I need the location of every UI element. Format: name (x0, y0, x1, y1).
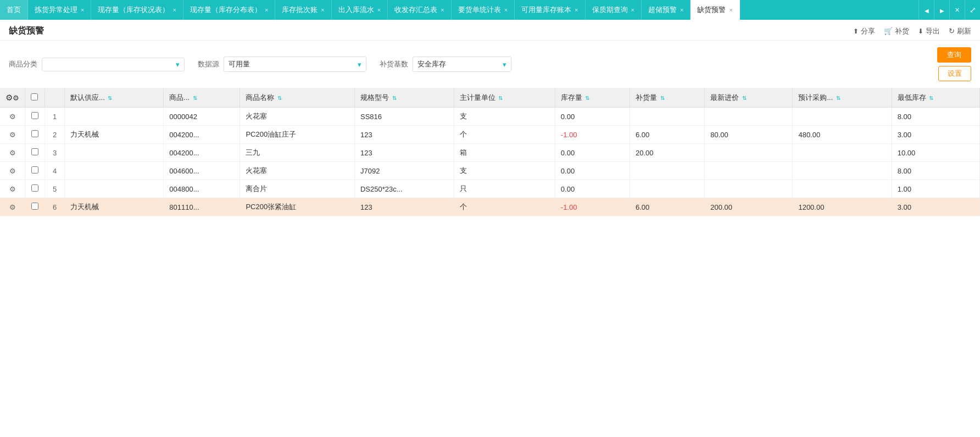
row-unit-4: 只 (454, 180, 555, 198)
replenish-base-select[interactable]: 安全库存 (413, 57, 511, 72)
datasource-select[interactable]: 可用量 (224, 57, 366, 72)
tab-close-overstock[interactable] (680, 7, 683, 13)
tab-close-inv-status[interactable] (172, 7, 176, 13)
tab-inventory-status[interactable]: 现存量（库存状况表） (91, 0, 183, 20)
row-product-name-5: PC200张紧油缸 (240, 198, 355, 216)
tab-next-btn[interactable] (934, 0, 949, 20)
col-latest-price[interactable]: 最新进价 ⇅ (705, 88, 793, 108)
row-min-stock-3: 8.00 (892, 162, 979, 180)
tab-in-out-flow[interactable]: 出入库流水 (332, 0, 388, 20)
tab-close-flow[interactable] (377, 7, 381, 13)
row-unit-3: 支 (454, 162, 555, 180)
row-checkbox-5[interactable] (31, 203, 38, 210)
replenish-base-value: 安全库存 (417, 59, 446, 69)
query-button[interactable]: 查询 (937, 47, 971, 63)
row-gear-icon-4[interactable]: ⚙ (9, 185, 16, 193)
tab-shelf-life[interactable]: 保质期查询 (586, 0, 642, 20)
filter-row: 商品分类 数据源 可用量 补货基数 (0, 41, 980, 88)
row-spec-4: DS250*23c... (354, 180, 454, 198)
tab-summary[interactable]: 收发存汇总表 (388, 0, 451, 20)
col-unit[interactable]: 主计量单位 ⇅ (454, 88, 555, 108)
row-checkbox-0[interactable] (31, 112, 38, 119)
col-supplier-label: 默认供应... (70, 93, 105, 102)
row-gear-2[interactable]: ⚙ (0, 144, 25, 162)
tab-close-summary[interactable] (441, 7, 444, 13)
filter-middle: 商品分类 数据源 可用量 补货基数 (9, 57, 937, 72)
row-gear-3[interactable]: ⚙ (0, 162, 25, 180)
row-stock-4: 0.00 (555, 180, 630, 198)
tab-fullscreen-btn[interactable] (965, 0, 980, 20)
row-checkbox-4[interactable] (31, 184, 38, 192)
col-product-name[interactable]: 商品名称 ⇅ (240, 88, 355, 108)
gear-header-icon[interactable]: ⚙ (5, 94, 19, 102)
col-product-code[interactable]: 商品... ⇅ (164, 88, 240, 108)
row-checkbox-cell-2 (25, 144, 45, 162)
category-filter-group: 商品分类 (9, 58, 185, 71)
tab-close-avail[interactable] (575, 7, 578, 13)
export-icon (918, 27, 923, 35)
tab-available-account[interactable]: 可用量库存账本 (515, 0, 585, 20)
col-product-code-label: 商品... (169, 93, 190, 102)
row-gear-0[interactable]: ⚙ (0, 108, 25, 126)
refresh-button[interactable]: 刷新 (949, 26, 971, 36)
tab-close-shortage[interactable] (729, 7, 732, 13)
tab-picking-exception[interactable]: 拣货异常处理 (28, 0, 91, 20)
row-est-purchase-4 (793, 180, 892, 198)
row-checkbox-3[interactable] (31, 166, 38, 173)
col-replenish[interactable]: 补货量 ⇅ (630, 88, 705, 108)
row-supplier-1: 力天机械 (65, 126, 164, 144)
tab-overstock-warning[interactable]: 超储预警 (642, 0, 691, 20)
tab-close-picking[interactable] (81, 7, 84, 13)
share-button[interactable]: 分享 (853, 26, 875, 36)
replenish-base-filter-group: 补货基数 安全库存 (380, 57, 511, 72)
row-gear-icon-0[interactable]: ⚙ (9, 113, 16, 121)
col-product-name-label: 商品名称 (246, 93, 274, 102)
category-label: 商品分类 (9, 59, 37, 69)
tab-close-order[interactable] (504, 7, 508, 13)
tab-order-stats[interactable]: 要货单统计表 (452, 0, 515, 20)
col-supplier[interactable]: 默认供应... ⇅ (65, 88, 164, 108)
row-checkbox-1[interactable] (31, 130, 38, 137)
tab-close-inv-dist[interactable] (265, 7, 268, 13)
row-product-name-1: PC200油缸庄子 (240, 126, 355, 144)
tab-close-batch[interactable] (321, 7, 324, 13)
col-spec[interactable]: 规格型号 ⇅ (354, 88, 454, 108)
tab-shortage-warning[interactable]: 缺货预警 (691, 0, 739, 20)
row-gear-icon-1[interactable]: ⚙ (9, 131, 16, 139)
row-unit-2: 箱 (454, 144, 555, 162)
select-all-checkbox[interactable] (31, 93, 38, 100)
row-gear-1[interactable]: ⚙ (0, 126, 25, 144)
tab-close-all-btn[interactable] (949, 0, 965, 20)
header-actions: 分享 🛒 补货 导出 刷新 (853, 26, 971, 36)
row-gear-icon-5[interactable]: ⚙ (9, 203, 16, 211)
table-header-row: ⚙ 默认供应... ⇅ 商品... ⇅ 商品名称 (0, 88, 980, 108)
row-min-stock-5: 3.00 (892, 198, 979, 216)
col-gear[interactable]: ⚙ (0, 88, 25, 108)
col-stock[interactable]: 库存量 ⇅ (555, 88, 630, 108)
replenish-base-arrow-icon (503, 60, 506, 69)
category-select[interactable] (42, 58, 185, 71)
row-gear-icon-3[interactable]: ⚙ (9, 167, 16, 175)
col-supplier-sort-icon: ⇅ (108, 95, 112, 101)
row-supplier-2 (65, 144, 164, 162)
row-gear-5[interactable]: ⚙ (0, 198, 25, 216)
tab-homepage[interactable]: 首页 (0, 0, 28, 20)
datasource-filter-group: 数据源 可用量 (198, 57, 366, 72)
row-gear-4[interactable]: ⚙ (0, 180, 25, 198)
col-est-purchase[interactable]: 预计采购... ⇅ (793, 88, 892, 108)
row-gear-icon-2[interactable]: ⚙ (9, 149, 16, 157)
export-button[interactable]: 导出 (918, 26, 940, 36)
tab-batch-account[interactable]: 库存批次账 (275, 0, 331, 20)
replenish-button[interactable]: 🛒 补货 (884, 26, 909, 36)
tab-inventory-dist[interactable]: 现存量（库存分布表） (183, 0, 275, 20)
tab-prev-btn[interactable] (918, 0, 934, 20)
row-checkbox-2[interactable] (31, 148, 38, 155)
table-body: ⚙ 1 0000042 火花塞 SS816 支 0.00 8.00 ⚙ 2 力天… (0, 108, 980, 216)
row-unit-0: 支 (454, 108, 555, 126)
settings-button[interactable]: 设置 (938, 66, 971, 81)
share-icon (853, 27, 859, 35)
tab-close-shelf[interactable] (631, 7, 634, 13)
col-min-stock[interactable]: 最低库存 ⇅ (892, 88, 979, 108)
row-product-code-4: 004800... (164, 180, 240, 198)
row-supplier-3 (65, 162, 164, 180)
